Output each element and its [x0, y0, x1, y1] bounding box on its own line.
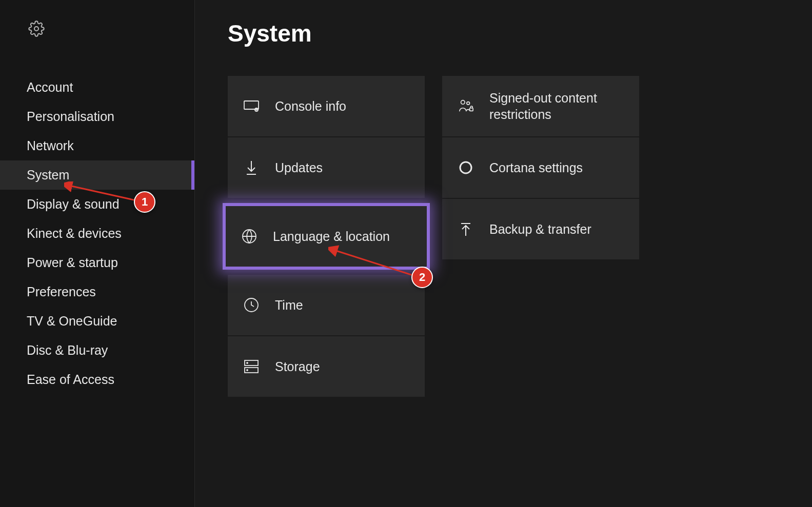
sidebar-item-tv-oneguide[interactable]: TV & OneGuide	[0, 307, 194, 336]
download-icon	[243, 160, 260, 175]
clock-icon	[243, 297, 260, 313]
sidebar-item-preferences[interactable]: Preferences	[0, 277, 194, 307]
sidebar-item-ease-of-access[interactable]: Ease of Access	[0, 365, 194, 394]
sidebar-item-display-sound[interactable]: Display & sound	[0, 190, 194, 219]
sidebar-item-kinect-devices[interactable]: Kinect & devices	[0, 219, 194, 248]
tile-label: Backup & transfer	[489, 221, 591, 238]
sidebar-item-power-startup[interactable]: Power & startup	[0, 248, 194, 277]
page-title: System	[228, 19, 779, 47]
svg-point-8	[247, 370, 248, 371]
tile-label: Updates	[275, 159, 323, 176]
sidebar-item-account[interactable]: Account	[0, 73, 194, 102]
backup-icon	[458, 221, 474, 237]
tile-time[interactable]: Time	[228, 275, 425, 335]
tile-column-1: Console info Updates Language & loc	[228, 76, 425, 397]
svg-point-9	[461, 100, 465, 105]
annotation-badge-1: 1	[134, 191, 155, 213]
svg-rect-11	[470, 108, 473, 111]
main-panel: System Console info	[195, 0, 812, 507]
svg-point-12	[460, 162, 471, 173]
tile-label: Console info	[275, 98, 346, 115]
gear-icon	[28, 21, 194, 37]
sidebar-item-system[interactable]: System	[0, 160, 194, 190]
sidebar-item-network[interactable]: Network	[0, 131, 194, 160]
tile-label: Signed-out content restrictions	[489, 90, 639, 123]
tile-content-restrictions[interactable]: Signed-out content restrictions	[442, 76, 639, 136]
tile-grid: Console info Updates Language & loc	[228, 76, 779, 397]
tile-updates[interactable]: Updates	[228, 137, 425, 198]
svg-point-10	[467, 102, 470, 105]
svg-point-0	[34, 27, 38, 31]
cortana-icon	[458, 160, 474, 175]
tile-label: Time	[275, 297, 303, 314]
tile-label: Storage	[275, 358, 320, 375]
console-icon	[243, 100, 260, 112]
tile-backup-transfer[interactable]: Backup & transfer	[442, 199, 639, 259]
tile-column-2: Signed-out content restrictions Cortana …	[442, 76, 639, 397]
tile-console-info[interactable]: Console info	[228, 76, 425, 136]
tile-label: Cortana settings	[489, 159, 583, 176]
globe-icon	[241, 229, 258, 244]
storage-icon	[243, 359, 260, 374]
sidebar-list: Account Personalisation Network System D…	[0, 73, 194, 394]
restrictions-icon	[458, 98, 474, 114]
sidebar-item-disc-bluray[interactable]: Disc & Blu-ray	[0, 336, 194, 365]
sidebar: Account Personalisation Network System D…	[0, 0, 195, 507]
tile-label: Language & location	[273, 228, 390, 245]
tile-storage[interactable]: Storage	[228, 336, 425, 397]
tile-cortana-settings[interactable]: Cortana settings	[442, 137, 639, 198]
annotation-badge-2: 2	[411, 267, 433, 288]
svg-point-7	[247, 362, 248, 363]
tile-language-location[interactable]: Language & location	[223, 203, 430, 270]
sidebar-item-personalisation[interactable]: Personalisation	[0, 102, 194, 131]
